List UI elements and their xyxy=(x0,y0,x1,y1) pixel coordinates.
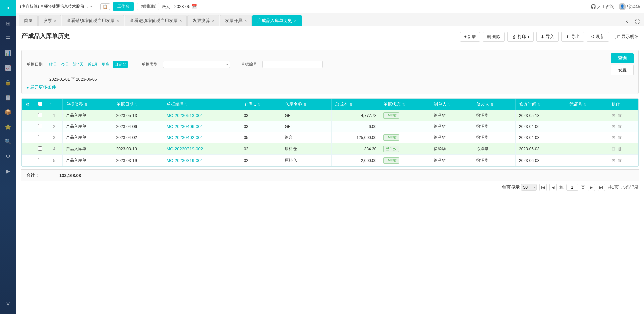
tab-vat-sales-close[interactable]: × xyxy=(117,19,119,23)
tab-invoice-calc[interactable]: 发票测算 × xyxy=(187,15,219,26)
sidebar-item-report[interactable]: 📊 xyxy=(0,46,16,60)
workbench-button[interactable]: 工作台 xyxy=(113,2,134,11)
delete-button[interactable]: 删 删除 xyxy=(483,32,504,42)
tab-vat-purchase[interactable]: 查看进项增值税专用发票 × xyxy=(125,15,187,26)
sidebar-item-analysis[interactable]: 📈 xyxy=(0,60,16,75)
print-button[interactable]: 🖨 打印 ▾ xyxy=(507,32,534,42)
prev-page-button[interactable]: ◀ xyxy=(549,184,557,191)
tab-expand-button[interactable]: ⛶ xyxy=(633,18,641,26)
tab-close-all-button[interactable]: × xyxy=(623,18,631,26)
th-warehouse-name[interactable]: 仓库名称 ⇅ xyxy=(281,99,332,110)
new-button[interactable]: + 新增 xyxy=(460,32,480,42)
td-number[interactable]: MC-20230319-002 xyxy=(163,143,240,155)
sidebar-item-gear[interactable]: ⚙ xyxy=(0,149,16,164)
tab-invoice-close[interactable]: × xyxy=(54,19,56,23)
edit-icon[interactable]: ⊡ xyxy=(612,135,615,140)
th-settings[interactable]: ⚙ xyxy=(22,99,34,110)
number-filter-input[interactable] xyxy=(262,61,323,68)
sidebar-item-docs[interactable]: 📋 xyxy=(0,90,16,105)
shortcut-more[interactable]: 更多 xyxy=(101,61,111,68)
th-warehouse-code[interactable]: 仓库... ⇅ xyxy=(240,99,281,110)
service-button[interactable]: 🎧 人工咨询 xyxy=(591,4,614,10)
export-button[interactable]: ⬆ 导出 xyxy=(561,32,584,42)
calendar-icon[interactable]: 📅 xyxy=(192,4,197,9)
th-status[interactable]: 单据状态 ⇅ xyxy=(380,99,430,110)
refresh-button[interactable]: ↺ 刷新 xyxy=(587,32,609,42)
td-checkbox[interactable] xyxy=(34,121,46,132)
tab-product-in-close[interactable]: × xyxy=(294,19,296,23)
row-checkbox[interactable] xyxy=(38,135,42,139)
shortcut-custom[interactable]: 自定义 xyxy=(113,61,128,68)
delete-icon[interactable]: 🗑 xyxy=(618,146,622,151)
show-detail-checkbox-label[interactable]: □ 显示明细 xyxy=(612,34,639,40)
td-checkbox[interactable] xyxy=(34,132,46,143)
edit-icon[interactable]: ⊡ xyxy=(612,158,615,163)
th-modifier[interactable]: 修改人 ⇅ xyxy=(473,99,516,110)
th-type[interactable]: 单据类型 ⇅ xyxy=(62,99,113,110)
history-mode-button[interactable]: 切到旧版 xyxy=(137,3,159,10)
filter-settings-button[interactable]: 设置 xyxy=(611,65,634,75)
td-checkbox[interactable] xyxy=(34,155,46,166)
first-page-button[interactable]: |◀ xyxy=(539,184,547,191)
row-checkbox[interactable] xyxy=(38,146,42,151)
sidebar-logo[interactable]: ✦ xyxy=(0,0,16,16)
shortcut-today[interactable]: 今天 xyxy=(60,61,70,68)
tab-product-in[interactable]: 产成品入库单历史 × xyxy=(252,15,301,26)
copy-button[interactable]: 📋 xyxy=(100,3,110,10)
delete-icon[interactable]: 🗑 xyxy=(618,158,622,163)
th-total-cost[interactable]: 总成本 ⇅ xyxy=(332,99,380,110)
th-date[interactable]: 单据日期 ⇅ xyxy=(113,99,163,110)
td-number[interactable]: MC-20230319-001 xyxy=(163,155,240,166)
delete-icon[interactable]: 🗑 xyxy=(618,135,622,140)
sidebar-item-settings2[interactable]: ⭐ xyxy=(0,119,16,134)
number-link[interactable]: MC-20230406-001 xyxy=(167,124,203,129)
sidebar-item-home[interactable]: ⊞ xyxy=(0,16,16,31)
sidebar-item-play[interactable]: ▶ xyxy=(0,164,16,178)
edit-icon[interactable]: ⊡ xyxy=(612,113,615,118)
tab-vat-sales[interactable]: 查看销项增值税专用发票 × xyxy=(62,15,124,26)
shortcut-7days[interactable]: 近7天 xyxy=(72,61,85,68)
th-checkbox[interactable] xyxy=(34,99,46,110)
sidebar-item-auth[interactable]: 🔒 xyxy=(0,75,16,90)
tab-vat-purchase-close[interactable]: × xyxy=(180,19,182,23)
page-number-input[interactable] xyxy=(566,184,578,191)
last-page-button[interactable]: ▶| xyxy=(598,184,605,191)
row-checkbox[interactable] xyxy=(38,113,42,117)
number-link[interactable]: MC-20230513-001 xyxy=(167,113,203,118)
tab-invoice-issue[interactable]: 发票开具 × xyxy=(220,15,252,26)
user-menu[interactable]: 👤 徐泽华 xyxy=(619,3,640,10)
th-modify-time[interactable]: 修改时间 ⇅ xyxy=(515,99,566,110)
next-page-button[interactable]: ▶ xyxy=(588,184,595,191)
number-link[interactable]: MC-20230319-001 xyxy=(167,158,203,163)
th-creator[interactable]: 制单人 ⇅ xyxy=(430,99,473,110)
import-button[interactable]: ⬇ 导入 xyxy=(536,32,559,42)
number-link[interactable]: MC-20230319-002 xyxy=(167,146,203,151)
tab-invoice[interactable]: 发票 × xyxy=(38,15,61,26)
tab-home[interactable]: 首页 xyxy=(19,15,38,26)
row-checkbox[interactable] xyxy=(38,124,42,128)
shortcut-1month[interactable]: 近1月 xyxy=(87,61,99,68)
edit-icon[interactable]: ⊡ xyxy=(612,124,615,129)
tab-invoice-calc-close[interactable]: × xyxy=(212,19,214,23)
row-checkbox[interactable] xyxy=(38,158,42,162)
sidebar-item-search[interactable]: 🔍 xyxy=(0,134,16,149)
td-number[interactable]: MC-20230402-001 xyxy=(163,132,240,143)
td-checkbox[interactable] xyxy=(34,143,46,155)
th-voucher[interactable]: 凭证号 ⇅ xyxy=(566,99,608,110)
td-number[interactable]: MC-20230513-001 xyxy=(163,110,240,121)
expand-filter-button[interactable]: ▾ 展开更多条件 xyxy=(26,84,634,90)
sidebar-item-v[interactable]: V xyxy=(0,297,16,311)
edit-icon[interactable]: ⊡ xyxy=(612,146,615,151)
delete-icon[interactable]: 🗑 xyxy=(618,113,622,118)
number-link[interactable]: MC-20230402-001 xyxy=(167,135,203,140)
show-detail-checkbox[interactable] xyxy=(612,35,616,39)
tab-invoice-issue-close[interactable]: × xyxy=(245,19,247,23)
query-button[interactable]: 查询 xyxy=(611,53,634,63)
select-all-checkbox[interactable] xyxy=(38,102,42,106)
td-number[interactable]: MC-20230406-001 xyxy=(163,121,240,132)
sidebar-item-inventory[interactable]: 📦 xyxy=(0,105,16,119)
per-page-select[interactable]: 20 50 100 xyxy=(521,184,537,191)
delete-icon[interactable]: 🗑 xyxy=(618,124,622,129)
type-select[interactable]: 产品入库单 xyxy=(163,61,230,68)
shortcut-yesterday[interactable]: 昨天 xyxy=(48,61,58,68)
